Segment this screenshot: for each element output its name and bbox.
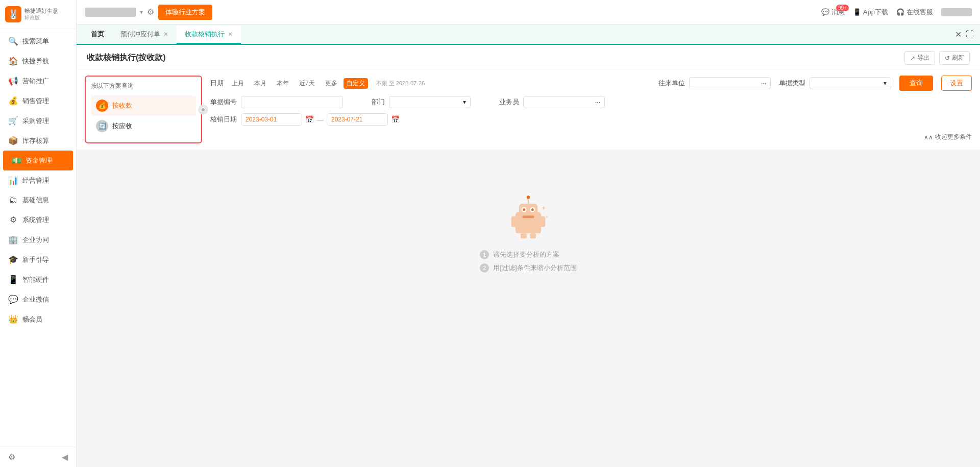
tab-close-all-button[interactable]: ✕	[955, 30, 962, 39]
svg-point-5	[531, 208, 534, 211]
partner-filter-item: 往来单位 ···	[658, 77, 771, 89]
message-button[interactable]: 💬 消息 99+	[821, 8, 845, 17]
verify-date-start-calendar-icon[interactable]: 📅	[305, 115, 314, 124]
date-tab-this-month[interactable]: 本月	[250, 78, 271, 89]
verify-date-end-calendar-icon[interactable]: 📅	[391, 115, 400, 124]
empty-state: ✦ ✦ 1 请先选择要分析的方案 2 用[过滤]条件来缩小分析范围	[77, 150, 980, 313]
system-icon: ⚙	[8, 215, 18, 225]
sidebar-label-hardware: 智能硬件	[22, 275, 49, 284]
app-download-button[interactable]: 📱 App下载	[853, 8, 888, 17]
date-tab-this-year[interactable]: 本年	[273, 78, 293, 89]
partner-more-icon[interactable]: ···	[761, 80, 766, 87]
purchase-icon: 🛒	[8, 116, 18, 126]
sidebar-item-search-menu[interactable]: 🔍 搜索菜单	[0, 31, 76, 51]
tab-home[interactable]: 首页	[83, 26, 112, 44]
page-header-actions: ↗ 导出 ↺ 刷新	[904, 51, 970, 65]
setting-button[interactable]: 设置	[941, 76, 972, 91]
tabbar: 首页 预付冲应付单 ✕ 收款核销执行 ✕ ✕ ⛶	[77, 24, 980, 45]
sidebar-collapse-button[interactable]: ◀	[62, 452, 68, 462]
sidebar-label-basics: 基础信息	[22, 195, 49, 205]
date-tab-7days[interactable]: 近7天	[295, 78, 319, 89]
query-panel-collapse-button[interactable]: »	[198, 105, 208, 115]
date-range-separator: —	[317, 116, 324, 124]
partner-select[interactable]: ···	[689, 77, 771, 89]
sidebar-label-search-menu: 搜索菜单	[22, 37, 49, 46]
tab-receivable-close-icon[interactable]: ✕	[228, 31, 233, 38]
staff-select[interactable]: ···	[523, 96, 605, 108]
sidebar-item-finance[interactable]: 💵 资金管理	[3, 151, 73, 170]
sidebar-logo: 🐰 畅捷通好生意 标准版	[0, 0, 76, 29]
sidebar-item-wechat[interactable]: 💬 企业微信	[0, 289, 76, 309]
tab-receivable-label: 收款核销执行	[185, 30, 225, 39]
sidebar-item-basics[interactable]: 🗂 基础信息	[0, 190, 76, 210]
member-icon: 👑	[8, 314, 18, 324]
svg-rect-6	[522, 215, 534, 218]
sidebar-item-sales[interactable]: 💰 销售管理	[0, 91, 76, 111]
refresh-button[interactable]: ↺ 刷新	[939, 51, 970, 65]
sidebar-item-enterprise[interactable]: 🏢 企业协同	[0, 230, 76, 250]
svg-rect-7	[511, 216, 517, 227]
staff-label: 业务员	[499, 97, 519, 107]
sidebar-item-system[interactable]: ⚙ 系统管理	[0, 210, 76, 230]
topbar-right: 💬 消息 99+ 📱 App下载 🎧 在线客服	[821, 8, 972, 17]
settings-icon[interactable]: ⚙	[8, 452, 15, 462]
sidebar-item-member[interactable]: 👑 畅会员	[0, 309, 76, 329]
online-service-label: 在线客服	[906, 8, 933, 17]
date-tab-last-month[interactable]: 上月	[228, 78, 248, 89]
search-buttons: 查询 设置	[899, 76, 972, 91]
filter-row-3: 核销日期 2023-03-01 📅 — 2023-07-21 📅	[210, 113, 972, 126]
query-option-by-receivable[interactable]: 🔄 按应收	[91, 116, 196, 136]
verify-date-range: 2023-03-01 📅 — 2023-07-21 📅	[241, 113, 400, 126]
export-button[interactable]: ↗ 导出	[904, 51, 935, 65]
doc-type-chevron-icon[interactable]: ▾	[884, 80, 887, 87]
doc-no-filter-item: 单据编号	[210, 96, 343, 108]
by-receivable-label: 按应收	[112, 121, 132, 131]
date-tab-custom[interactable]: 自定义	[344, 78, 368, 89]
query-option-by-receipt[interactable]: 💰 按收款	[91, 95, 196, 116]
verify-date-label: 核销日期	[210, 115, 237, 124]
sidebar-label-enterprise: 企业协同	[22, 235, 49, 244]
solution-button[interactable]: 体验行业方案	[158, 5, 212, 20]
sidebar-item-beginner[interactable]: 🎓 新手引导	[0, 250, 76, 269]
date-tab-more[interactable]: 更多	[321, 78, 341, 89]
dept-filter-item: 部门 ▾	[372, 96, 471, 108]
sidebar-item-inventory[interactable]: 📦 库存核算	[0, 131, 76, 151]
sidebar-item-marketing[interactable]: 📢 营销推广	[0, 71, 76, 91]
staff-filter-item: 业务员 ···	[499, 96, 605, 108]
tab-receivable[interactable]: 收款核销执行 ✕	[177, 26, 241, 44]
dept-select[interactable]: ▾	[389, 96, 471, 108]
doc-no-input[interactable]	[241, 96, 343, 108]
sidebar-item-purchase[interactable]: 🛒 采购管理	[0, 111, 76, 131]
tab-expand-button[interactable]: ⛶	[966, 30, 974, 39]
tab-prepay-label: 预付冲应付单	[120, 30, 160, 39]
staff-more-icon[interactable]: ···	[595, 99, 600, 106]
topbar: ▾ ⚙ 体验行业方案 💬 消息 99+ 📱 App下载 🎧 在线客服	[77, 0, 980, 24]
topbar-dropdown-icon[interactable]: ▾	[140, 9, 143, 16]
dept-chevron-icon[interactable]: ▾	[463, 99, 466, 106]
tab-prepay[interactable]: 预付冲应付单 ✕	[112, 26, 177, 44]
no-limit-text-item: 不限 至 2023-07-26	[376, 80, 425, 87]
topbar-gear-icon[interactable]: ⚙	[147, 7, 154, 17]
sidebar-label-operations: 经营管理	[22, 176, 49, 185]
doc-type-select[interactable]: ▾	[810, 77, 891, 89]
user-menu[interactable]	[941, 8, 972, 16]
sidebar-item-operations[interactable]: 📊 经营管理	[0, 170, 76, 190]
sidebar-item-hardware[interactable]: 📱 智能硬件	[0, 269, 76, 289]
beginner-icon: 🎓	[8, 255, 18, 264]
search-area: 按以下方案查询 💰 按收款 🔄 按应收 » 日期	[77, 69, 980, 150]
sidebar-label-finance: 资金管理	[26, 156, 52, 165]
sidebar-item-quick-nav[interactable]: 🏠 快捷导航	[0, 51, 76, 71]
by-receivable-icon: 🔄	[96, 120, 108, 132]
online-service-button[interactable]: 🎧 在线客服	[896, 8, 933, 17]
verify-date-end-input[interactable]: 2023-07-21	[327, 113, 388, 126]
inventory-icon: 📦	[8, 136, 18, 145]
user-name-blurred	[941, 8, 972, 16]
search-button[interactable]: 查询	[899, 76, 933, 91]
no-limit-text: 不限 至 2023-07-26	[376, 80, 425, 87]
app-version: 标准版	[24, 14, 58, 21]
tab-prepay-close-icon[interactable]: ✕	[163, 31, 168, 38]
page-title: 收款核销执行(按收款)	[87, 53, 166, 63]
collapse-more-button[interactable]: ∧∧ 收起更多条件	[210, 131, 972, 143]
verify-date-start-input[interactable]: 2023-03-01	[241, 113, 302, 126]
partner-label: 往来单位	[658, 79, 685, 88]
